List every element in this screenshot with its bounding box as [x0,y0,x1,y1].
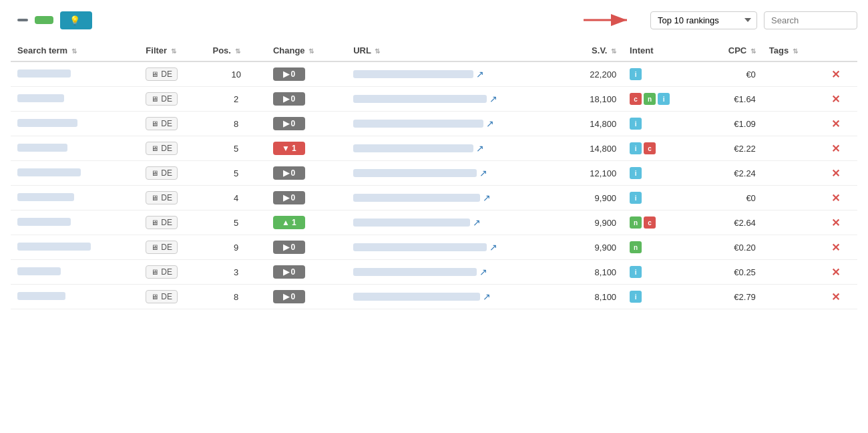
intent-cell: i [623,285,702,309]
change-badge: ▶ 0 [273,241,305,254]
url-link[interactable]: ↗ [353,94,558,104]
external-link-icon[interactable]: ↗ [489,242,497,253]
external-link-icon[interactable]: ↗ [486,118,494,129]
url-link[interactable]: ↗ [353,267,558,277]
search-term-cell [11,61,139,87]
delete-button[interactable]: ✕ [831,93,840,106]
sort-tags-icon[interactable]: ⇅ [793,47,798,55]
external-link-icon[interactable]: ↗ [479,168,487,178]
sort-sv-icon[interactable]: ⇅ [611,47,616,55]
change-cell: ▶ 0 [266,112,347,136]
monitor-icon: 🖥 [151,70,158,78]
delete-button[interactable]: ✕ [831,167,840,180]
search-term-cell [11,260,139,285]
intent-cell: i [623,186,702,210]
col-filter: Filter ⇅ [139,40,206,61]
external-link-icon[interactable]: ↗ [479,267,487,277]
arrow-right-icon: ▶ [283,119,289,128]
delete-button[interactable]: ✕ [831,142,840,155]
sort-pos-icon[interactable]: ⇅ [235,47,240,55]
position-cell: 5 [206,210,266,235]
position-cell: 9 [206,235,266,260]
change-badge: ▶ 0 [273,92,305,106]
delete-button[interactable]: ✕ [831,266,840,279]
sort-change-icon[interactable]: ⇅ [308,47,314,55]
search-term-cell [11,235,139,260]
sort-cpc-icon[interactable]: ⇅ [750,47,756,55]
url-link[interactable]: ↗ [353,143,558,154]
external-link-icon[interactable]: ↗ [476,143,484,154]
url-link[interactable]: ↗ [353,217,558,228]
delete-button[interactable]: ✕ [831,216,840,229]
intent-badges: i [630,118,695,130]
intent-badge-n: n [630,241,642,253]
url-link[interactable]: ↗ [353,192,558,203]
arrow-right-icon: ▶ [283,292,289,301]
external-link-icon[interactable]: ↗ [473,217,481,228]
monitor-icon: 🖥 [151,293,158,301]
sv-cell: 9,900 [564,186,623,210]
sort-filter-icon[interactable]: ⇅ [171,47,176,55]
delete-button[interactable]: ✕ [831,118,840,130]
delete-button[interactable]: ✕ [831,68,840,81]
delete-cell: ✕ [825,235,857,260]
change-value: 1 [292,144,296,153]
sv-cell: 8,100 [564,260,623,285]
page-header: 💡 Top 10 rankings Top 3 rankings Top 20 … [11,11,857,29]
url-link[interactable]: ↗ [353,242,558,253]
search-input[interactable] [764,11,857,29]
table-row: 🖥DE4▶ 0↗9,900i€0✕ [11,186,857,210]
url-link[interactable]: ↗ [353,118,558,129]
url-cell: ↗ [347,210,564,235]
table-body: 🖥DE10▶ 0↗22,200i€0✕🖥DE2▶ 0↗18,100cni€1.6… [11,61,857,309]
tags-cell [763,285,825,309]
search-term-cell [11,87,139,112]
keywords-table: Search term ⇅ Filter ⇅ Pos. ⇅ Change ⇅ U… [11,40,857,309]
table-row: 🖥DE5▼ 1↗14,800ic€2.22✕ [11,136,857,161]
cpc-cell: €2.79 [702,285,762,309]
delete-cell: ✕ [825,210,857,235]
delete-button[interactable]: ✕ [831,241,840,254]
monitor-icon: 🖥 [151,268,158,276]
url-link[interactable]: ↗ [353,168,558,178]
sv-cell: 22,200 [564,61,623,87]
delete-button[interactable]: ✕ [831,291,840,303]
sv-cell: 9,900 [564,210,623,235]
filter-cell: 🖥DE [139,61,206,87]
external-link-icon[interactable]: ↗ [489,94,497,104]
external-link-icon[interactable]: ↗ [476,69,484,80]
external-link-icon[interactable]: ↗ [483,192,491,203]
suggestions-button[interactable]: 💡 [60,11,92,29]
url-link[interactable]: ↗ [353,291,558,302]
monitor-icon: 🖥 [151,243,158,251]
filter-badge: 🖥DE [146,92,178,106]
arrow-right-icon: ▶ [283,243,289,252]
delete-button[interactable]: ✕ [831,192,840,204]
sort-url-icon[interactable]: ⇅ [375,47,380,55]
filter-cell: 🖥DE [139,235,206,260]
monitor-icon: 🖥 [151,219,158,227]
change-badge: ▶ 0 [273,290,305,303]
tags-cell [763,210,825,235]
intent-badge-i: i [630,192,642,204]
delete-cell: ✕ [825,285,857,309]
position-cell: 5 [206,161,266,186]
add-term-button[interactable] [35,16,53,24]
blurred-term [17,69,71,78]
table-row: 🖥DE3▶ 0↗8,100i€0.25✕ [11,260,857,285]
external-link-icon[interactable]: ↗ [483,291,491,302]
filter-badge: 🖥DE [146,117,178,130]
filter-badge: 🖥DE [146,191,178,204]
intent-cell: ic [623,136,702,161]
monitor-icon: 🖥 [151,144,158,152]
url-cell: ↗ [347,87,564,112]
sv-cell: 14,800 [564,112,623,136]
filter-country: DE [161,144,172,153]
filter-dropdown[interactable]: Top 10 rankings Top 3 rankings Top 20 ra… [650,11,757,29]
intent-badge-n: n [630,216,642,229]
arrow-right-icon: ▶ [283,193,289,202]
filter-badge: 🖥DE [146,265,178,279]
blurred-url [353,268,477,276]
sort-search-term-icon[interactable]: ⇅ [71,47,77,55]
url-link[interactable]: ↗ [353,69,558,80]
